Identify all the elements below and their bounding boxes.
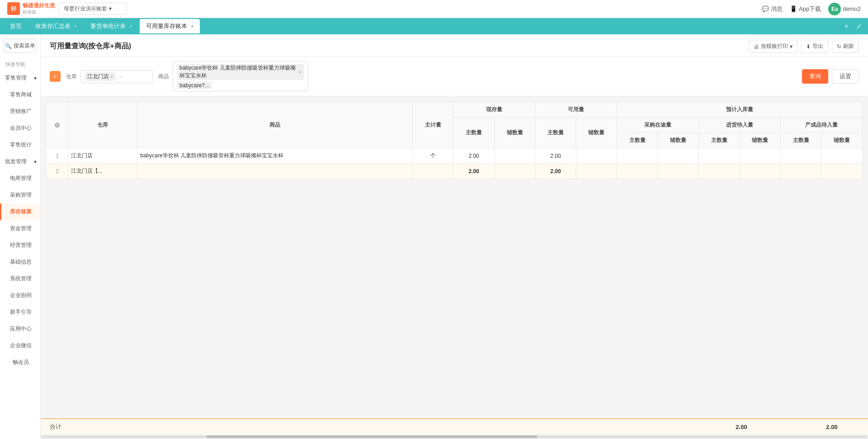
warehouse-tag-close[interactable]: × <box>110 74 113 79</box>
settings-btn[interactable]: 设置 <box>832 69 859 84</box>
page-header: 可用量查询(按仓库+商品) 🖨 按模板打印 ⬇ 导出 ↻ 刷新 <box>41 34 868 57</box>
sidebar-item-newbie[interactable]: 新手引导 <box>0 304 40 321</box>
th-incoming-group: 进货待入量 <box>699 118 781 133</box>
th-purchase-main: 主数量 <box>617 133 658 148</box>
row-1-purchase-sub <box>658 148 698 164</box>
user-menu[interactable]: Ea demo2 <box>828 3 861 15</box>
sidebar-item-ecommerce[interactable]: 电商管理 <box>0 170 40 187</box>
tab-order-stats-label: 要货单统计表 <box>90 22 126 30</box>
sidebar-item-basic[interactable]: 基础信息 <box>0 254 40 270</box>
tab-expand-btn[interactable]: ⤢ <box>854 21 864 32</box>
th-purchase-sub: 辅数量 <box>658 133 698 148</box>
summary-label: 合计 <box>50 423 104 431</box>
row-2-index: 2 <box>47 164 68 179</box>
app-download-btn[interactable]: 📱 App下载 <box>790 5 821 13</box>
sidebar-item-inventory[interactable]: 库存核算 <box>0 203 40 220</box>
search-menu-btn[interactable]: 🔍 搜索菜单 <box>4 39 37 53</box>
tab-receipts-close[interactable]: × <box>74 24 77 29</box>
filter-more-icon[interactable]: ··· <box>118 73 122 80</box>
tab-receipts[interactable]: 收发存汇总表 × <box>29 19 83 33</box>
tab-available-stock-close[interactable]: × <box>191 24 193 29</box>
query-btn[interactable]: 查询 <box>802 69 828 84</box>
product-filter-input[interactable]: babycare学饮杯 儿童防摔防撞吸管杯重力球吸嘴杯宝宝水杯 × babyca… <box>173 61 308 91</box>
page-actions: 🖨 按模板打印 ⬇ 导出 ↻ 刷新 <box>749 40 859 53</box>
sidebar-item-wholesale[interactable]: 批发管理 <box>0 153 40 170</box>
product-tag-1: babycare学饮杯 儿童防摔防撞吸管杯重力球吸嘴杯宝宝水杯 × <box>177 64 304 80</box>
export-btn[interactable]: ⬇ 导出 <box>801 40 828 53</box>
print-icon: 🖨 <box>754 43 759 50</box>
messages-btn[interactable]: 💬 消息 <box>762 5 783 13</box>
product-filter-label: 商品 <box>158 73 169 80</box>
warehouse-tag-text: 江北门店 <box>87 73 109 80</box>
th-settings[interactable]: ⚙ <box>47 102 68 148</box>
row-1-production-sub <box>821 148 863 164</box>
sidebar-item-purchase[interactable]: 采购管理 <box>0 187 40 203</box>
sidebar-item-vip[interactable]: 畅会员 <box>0 354 40 371</box>
tab-close-all-btn[interactable]: × <box>841 21 852 32</box>
row-1-available-main: 2.00 <box>535 148 576 164</box>
tab-home[interactable]: 首页 <box>4 19 28 33</box>
filter-buttons: 查询 设置 <box>802 69 859 84</box>
account-selector[interactable]: 母婴行业演示账套 <box>59 3 127 15</box>
product-filter-group: 商品 babycare学饮杯 儿童防摔防撞吸管杯重力球吸嘴杯宝宝水杯 × bab… <box>158 61 308 91</box>
sidebar-item-system[interactable]: 系统管理 <box>0 270 40 287</box>
th-incoming-main: 主数量 <box>699 133 740 148</box>
warehouse-filter-input[interactable]: 江北门店 × ··· <box>80 70 153 83</box>
row-1-available-sub <box>576 148 617 164</box>
row-2-unit <box>412 164 453 179</box>
row-2-product <box>137 164 413 179</box>
th-stock-group: 现存量 <box>453 102 535 118</box>
filter-expand-btn[interactable]: » <box>50 71 61 82</box>
th-production-main: 主数量 <box>780 133 821 148</box>
quick-nav-label[interactable]: 快捷导航 <box>0 57 40 70</box>
sidebar-item-ops[interactable]: 经营管理 <box>0 237 40 254</box>
print-btn[interactable]: 🖨 按模板打印 <box>749 40 797 53</box>
tab-order-stats[interactable]: 要货单统计表 × <box>84 19 138 33</box>
row-1-unit: 个 <box>412 148 453 164</box>
scrollbar-thumb[interactable] <box>207 435 537 438</box>
th-available-main: 主数量 <box>535 118 576 148</box>
sidebar-item-finance[interactable]: 资金管理 <box>0 220 40 237</box>
logo-icon: 好 <box>7 2 20 15</box>
table-row: 1 江北门店 babycare学饮杯 儿童防摔防撞吸管杯重力球吸嘴杯宝宝水杯 个… <box>47 148 863 164</box>
tab-order-stats-close[interactable]: × <box>129 24 132 29</box>
content-area: 可用量查询(按仓库+商品) 🖨 按模板打印 ⬇ 导出 ↻ 刷新 <box>41 34 868 439</box>
table-container: ⚙ 仓库 商品 主计量 现存量 可用量 预计入库量 主数量 辅数量 主数量 辅数… <box>41 96 868 418</box>
logo: 好 畅捷通好生意 标准版 <box>7 2 55 15</box>
sidebar-item-collab[interactable]: 企业协同 <box>0 287 40 304</box>
search-menu-label: 搜索菜单 <box>14 42 35 50</box>
th-stock-sub: 辅数量 <box>494 118 535 148</box>
brand-name: 畅捷通好生意 <box>23 2 55 9</box>
th-available-sub: 辅数量 <box>576 118 617 148</box>
chevron-down-icon <box>34 75 37 81</box>
sidebar-item-marketing[interactable]: 营销推广 <box>0 103 40 120</box>
sidebar-item-retail-stats[interactable]: 零售统计 <box>0 137 40 153</box>
th-production-group: 产成品待入量 <box>780 118 862 133</box>
settings-icon[interactable]: ⚙ <box>54 122 60 129</box>
tab-available-stock[interactable]: 可用量库存账本 × <box>140 19 200 33</box>
product-tag-text-2: babycare?... <box>179 82 209 89</box>
product-tag-1-close[interactable]: × <box>299 69 302 75</box>
tab-home-label: 首页 <box>10 22 22 30</box>
warehouse-filter-label: 仓库 <box>66 73 77 80</box>
sidebar: 🔍 搜索菜单 快捷导航 零售管理 零售商城 营销推广 会员中心 零售统计 批发管… <box>0 34 41 439</box>
sidebar-item-apps[interactable]: 应用中心 <box>0 321 40 337</box>
th-purchase-group: 采购在途量 <box>617 118 699 133</box>
filter-bar: » 仓库 江北门店 × ··· 商品 babycare学饮杯 儿童防摔防撞吸管杯… <box>41 57 868 96</box>
row-2-warehouse: 江北门店【... <box>68 164 137 179</box>
th-unit: 主计量 <box>412 102 453 148</box>
sidebar-item-retail-mall[interactable]: 零售商城 <box>0 86 40 103</box>
refresh-btn[interactable]: ↻ 刷新 <box>832 40 859 53</box>
th-stock-main: 主数量 <box>453 118 494 148</box>
sidebar-search: 🔍 搜索菜单 <box>0 34 40 57</box>
sidebar-item-members[interactable]: 会员中心 <box>0 120 40 137</box>
refresh-icon: ↻ <box>837 43 841 50</box>
expand-icon: » <box>54 73 57 80</box>
row-1-production-main <box>780 148 821 164</box>
row-2-stock-sub <box>494 164 535 179</box>
avatar: Ea <box>828 3 841 15</box>
chevron-down-icon <box>109 5 112 12</box>
row-2-available-main: 2.00 <box>535 164 576 179</box>
sidebar-item-wechat[interactable]: 企业微信 <box>0 337 40 354</box>
sidebar-item-retail-mgmt[interactable]: 零售管理 <box>0 70 40 86</box>
